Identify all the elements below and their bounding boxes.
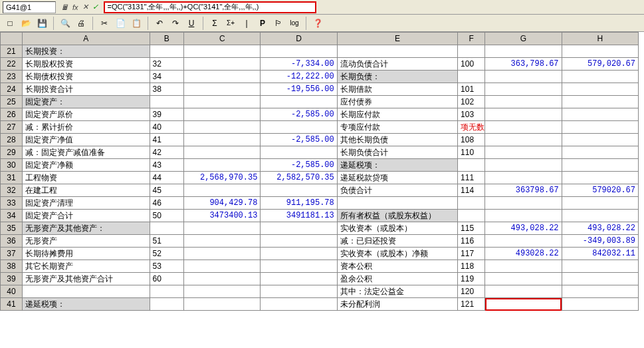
col-header-C[interactable]: C <box>184 33 261 45</box>
cell[interactable] <box>261 235 337 248</box>
row-header[interactable]: 30 <box>1 159 23 172</box>
cell[interactable] <box>562 83 638 96</box>
cell[interactable]: 101 <box>458 83 485 96</box>
cell[interactable] <box>337 45 457 58</box>
cell[interactable]: 其中：法定公益金 <box>337 285 457 298</box>
cell[interactable] <box>485 96 562 108</box>
cell[interactable]: 579020.67 <box>562 184 638 197</box>
cell[interactable]: 3473400.13 <box>184 210 261 222</box>
cell[interactable]: 盈余公积 <box>337 273 457 285</box>
row-header[interactable]: 28 <box>1 134 23 146</box>
cell[interactable]: 493,028.22 <box>485 222 562 235</box>
cell[interactable]: 固定资产合计 <box>22 210 150 222</box>
save-icon[interactable]: 💾 <box>35 16 49 31</box>
calculator-icon[interactable]: 🖩 <box>61 3 68 11</box>
cell[interactable]: 493,028.22 <box>562 222 638 235</box>
cell[interactable]: 未分配利润 <box>337 298 457 311</box>
cell[interactable]: 长期投资合计 <box>22 83 150 96</box>
cell[interactable]: 110 <box>458 146 485 159</box>
cell[interactable]: 118 <box>458 260 485 273</box>
cell[interactable] <box>184 222 261 235</box>
cell[interactable] <box>485 235 562 248</box>
cell[interactable] <box>261 222 337 235</box>
col-header-D[interactable]: D <box>261 33 337 45</box>
cell[interactable] <box>184 184 261 197</box>
cell[interactable]: 工程物资 <box>22 172 150 184</box>
cell[interactable] <box>485 45 562 58</box>
cell[interactable]: 904,429.78 <box>184 197 261 210</box>
row-header[interactable]: 36 <box>1 235 23 248</box>
cell[interactable]: 长期应付款 <box>337 108 457 121</box>
cell[interactable] <box>150 222 184 235</box>
cell[interactable] <box>458 197 485 210</box>
cell[interactable]: 43 <box>150 159 184 172</box>
row-header[interactable]: 34 <box>1 210 23 222</box>
cell[interactable]: 减：累计折价 <box>22 121 150 134</box>
row-header[interactable]: 33 <box>1 197 23 210</box>
cell[interactable]: 108 <box>458 134 485 146</box>
cell[interactable]: 38 <box>150 83 184 96</box>
row-header[interactable]: 25 <box>1 96 23 108</box>
cell[interactable] <box>184 273 261 285</box>
cell[interactable]: 100 <box>458 58 485 71</box>
accept-icon[interactable]: ✓ <box>92 3 98 11</box>
cell[interactable]: 116 <box>458 235 485 248</box>
cell[interactable] <box>22 285 150 298</box>
cell[interactable]: 项无数据 <box>458 121 485 134</box>
col-header-A[interactable]: A <box>22 33 150 45</box>
col-header-H[interactable]: H <box>562 33 638 45</box>
preview-icon[interactable]: 🔍 <box>58 16 72 31</box>
cell[interactable] <box>184 248 261 260</box>
cell[interactable]: -19,556.00 <box>261 83 337 96</box>
cell[interactable]: -349,003.89 <box>562 235 638 248</box>
cell[interactable] <box>485 285 562 298</box>
cell[interactable]: 46 <box>150 197 184 210</box>
cell[interactable] <box>485 134 562 146</box>
cell[interactable] <box>184 285 261 298</box>
row-header[interactable]: 40 <box>1 285 23 298</box>
cell[interactable] <box>485 210 562 222</box>
cell[interactable]: 53 <box>150 260 184 273</box>
cell[interactable]: 实收资本（或股本）净额 <box>337 248 457 260</box>
cell[interactable] <box>261 96 337 108</box>
cell[interactable]: 固定资产： <box>22 96 150 108</box>
open-icon[interactable]: 📂 <box>19 16 33 31</box>
cell[interactable]: 60 <box>150 273 184 285</box>
row-header[interactable]: 32 <box>1 184 23 197</box>
cell[interactable]: 长期借款 <box>337 83 457 96</box>
row-header[interactable]: 29 <box>1 146 23 159</box>
cell[interactable]: 363,798.67 <box>485 58 562 71</box>
cell[interactable]: 115 <box>458 222 485 235</box>
spreadsheet-grid[interactable]: A B C D E F G H 21长期投资：22 长期股权投资32-7,334… <box>0 32 644 311</box>
row-header[interactable]: 37 <box>1 248 23 260</box>
cell[interactable]: 842032.11 <box>562 248 638 260</box>
cell[interactable]: 递延税项： <box>337 159 457 172</box>
cell[interactable] <box>261 298 337 311</box>
cell[interactable]: 长期投资： <box>22 45 150 58</box>
cell[interactable] <box>458 71 485 83</box>
redo-icon[interactable]: ↷ <box>168 16 183 31</box>
cell[interactable] <box>562 134 638 146</box>
cell[interactable]: 固定资产清理 <box>22 197 150 210</box>
cell[interactable] <box>261 146 337 159</box>
cell[interactable]: 应付债券 <box>337 96 457 108</box>
copy-icon[interactable]: 📄 <box>113 16 128 31</box>
cell[interactable] <box>485 260 562 273</box>
cell[interactable] <box>562 172 638 184</box>
cell[interactable]: 长期负债合计 <box>337 146 457 159</box>
cell[interactable] <box>150 298 184 311</box>
cell[interactable] <box>337 197 457 210</box>
cell[interactable]: 长期股权投资 <box>22 58 150 71</box>
cell[interactable] <box>562 260 638 273</box>
log-icon[interactable]: log <box>287 16 302 31</box>
bar-icon[interactable]: | <box>239 16 254 31</box>
fx-icon[interactable]: fx <box>72 3 78 11</box>
cell[interactable]: 52 <box>150 248 184 260</box>
cell[interactable] <box>562 108 638 121</box>
row-header[interactable]: 39 <box>1 273 23 285</box>
cell[interactable] <box>184 235 261 248</box>
cell[interactable] <box>485 83 562 96</box>
cell[interactable] <box>184 260 261 273</box>
cell[interactable] <box>485 108 562 121</box>
cell[interactable] <box>458 159 485 172</box>
